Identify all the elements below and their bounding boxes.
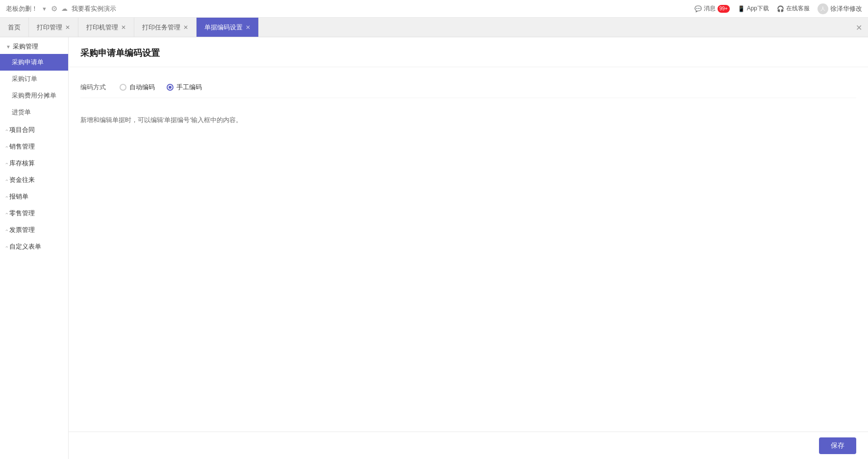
- tab-print-management[interactable]: 打印管理 ✕: [29, 18, 78, 37]
- main-layout: ▼ 采购管理 采购申请单 采购订单 采购费用分摊单 进货单 › 项目合同: [0, 37, 868, 459]
- sidebar: ▼ 采购管理 采购申请单 采购订单 采购费用分摊单 进货单 › 项目合同: [0, 37, 69, 459]
- sidebar-group-invoice: › 发票管理: [0, 221, 68, 237]
- radio-manual-label: 手工编码: [176, 83, 202, 92]
- save-button[interactable]: 保存: [819, 437, 856, 454]
- demo-text: 我要看实例演示: [72, 4, 116, 13]
- user-info[interactable]: 人 徐泽华修改: [818, 3, 862, 14]
- message-label: 消息: [704, 4, 716, 13]
- sidebar-group-project-title[interactable]: › 项目合同: [0, 121, 68, 137]
- sidebar-group-sales: › 销售管理: [0, 137, 68, 154]
- user-name: 徐泽华修改: [830, 4, 862, 13]
- tab-home[interactable]: 首页: [0, 18, 29, 37]
- message-icon: 💬: [694, 5, 702, 12]
- cloud-icon: ☁: [61, 5, 68, 12]
- tab-close-icon[interactable]: ✕: [183, 24, 188, 31]
- top-bar-right: 💬 消息 99+ 📱 App下载 🎧 在线客服 人 徐泽华修改: [694, 3, 862, 14]
- tab-bar: 首页 打印管理 ✕ 打印机管理 ✕ 打印任务管理 ✕ 单据编码设置 ✕ ✕: [0, 18, 868, 37]
- sidebar-group-purchase: ▼ 采购管理 采购申请单 采购订单 采购费用分摊单 进货单: [0, 37, 68, 121]
- sidebar-group-expense: › 报销单: [0, 187, 68, 204]
- brand-text: 老板勿删！: [6, 4, 38, 13]
- arrow-icon: ›: [4, 212, 9, 214]
- arrow-icon: ›: [4, 129, 9, 130]
- settings-icon[interactable]: ⚙: [51, 4, 57, 13]
- content-panel: 采购申请单编码设置 编码方式 自动编码 手工编码: [69, 37, 868, 432]
- sidebar-group-retail: › 零售管理: [0, 204, 68, 221]
- app-download-action[interactable]: 📱 App下载: [738, 4, 769, 13]
- radio-manual-circle: [167, 84, 174, 91]
- top-bar-left: 老板勿删！ ▼ ⚙ ☁ 我要看实例演示: [6, 4, 116, 13]
- tab-printer-management[interactable]: 打印机管理 ✕: [78, 18, 134, 37]
- sidebar-item-purchase-order[interactable]: 采购订单: [0, 71, 68, 87]
- top-bar: 老板勿删！ ▼ ⚙ ☁ 我要看实例演示 💬 消息 99+ 📱 App下载 🎧 在…: [0, 0, 868, 18]
- arrow-icon: ›: [4, 179, 9, 180]
- form-section: 编码方式 自动编码 手工编码: [69, 67, 868, 108]
- sidebar-item-purchase-expense[interactable]: 采购费用分摊单: [0, 87, 68, 104]
- sidebar-group-finance-title[interactable]: › 资金往来: [0, 171, 68, 187]
- sidebar-item-purchase-receipt[interactable]: 进货单: [0, 104, 68, 121]
- sidebar-group-retail-title[interactable]: › 零售管理: [0, 204, 68, 221]
- page-title: 采购申请单编码设置: [80, 47, 856, 59]
- sidebar-group-inventory-title[interactable]: › 库存核算: [0, 154, 68, 171]
- sidebar-group-inventory: › 库存核算: [0, 154, 68, 171]
- encoding-label: 编码方式: [80, 83, 110, 92]
- tab-bar-close-button[interactable]: ✕: [856, 23, 862, 32]
- radio-manual[interactable]: 手工编码: [167, 83, 202, 92]
- message-badge: 99+: [718, 5, 730, 13]
- sidebar-group-purchase-title[interactable]: ▼ 采购管理: [0, 37, 68, 54]
- sidebar-group-invoice-title[interactable]: › 发票管理: [0, 221, 68, 237]
- online-service-action[interactable]: 🎧 在线客服: [777, 4, 810, 13]
- sidebar-group-custom-title[interactable]: › 自定义表单: [0, 237, 68, 254]
- headset-icon: 🎧: [777, 5, 784, 12]
- arrow-icon: ▼: [6, 44, 11, 50]
- tab-close-icon[interactable]: ✕: [65, 24, 70, 31]
- avatar: 人: [818, 3, 828, 14]
- sidebar-group-custom: › 自定义表单: [0, 237, 68, 254]
- page-title-bar: 采购申请单编码设置: [69, 37, 868, 67]
- encoding-form-row: 编码方式 自动编码 手工编码: [80, 77, 856, 98]
- dropdown-icon[interactable]: ▼: [42, 6, 47, 12]
- arrow-icon: ›: [4, 162, 9, 164]
- tab-encoding-settings[interactable]: 单据编码设置 ✕: [197, 18, 259, 37]
- radio-auto[interactable]: 自动编码: [120, 83, 155, 92]
- content-area: 采购申请单编码设置 编码方式 自动编码 手工编码: [69, 37, 868, 459]
- sidebar-item-purchase-request[interactable]: 采购申请单: [0, 54, 68, 71]
- arrow-icon: ›: [4, 229, 9, 230]
- sidebar-group-finance: › 资金往来: [0, 171, 68, 187]
- message-action[interactable]: 💬 消息 99+: [694, 4, 730, 13]
- arrow-icon: ›: [4, 146, 9, 147]
- radio-group: 自动编码 手工编码: [120, 83, 202, 92]
- sidebar-group-expense-title[interactable]: › 报销单: [0, 187, 68, 204]
- online-service-label: 在线客服: [786, 4, 810, 13]
- tab-print-task[interactable]: 打印任务管理 ✕: [134, 18, 197, 37]
- tab-close-icon[interactable]: ✕: [121, 24, 126, 31]
- radio-auto-label: 自动编码: [129, 83, 155, 92]
- radio-auto-circle: [120, 84, 126, 91]
- demo-link[interactable]: 我要看实例演示: [72, 4, 116, 13]
- content-footer: 保存: [69, 432, 868, 459]
- arrow-icon: ›: [4, 196, 9, 197]
- app-icon: 📱: [738, 5, 745, 12]
- app-download-label: App下载: [747, 4, 769, 13]
- arrow-icon: ›: [4, 246, 9, 247]
- sidebar-group-sales-title[interactable]: › 销售管理: [0, 137, 68, 154]
- hint-text: 新增和编辑单据时，可以编辑'单据编号'输入框中的内容。: [69, 108, 868, 132]
- sidebar-group-project: › 项目合同: [0, 121, 68, 137]
- tab-close-icon[interactable]: ✕: [246, 24, 250, 31]
